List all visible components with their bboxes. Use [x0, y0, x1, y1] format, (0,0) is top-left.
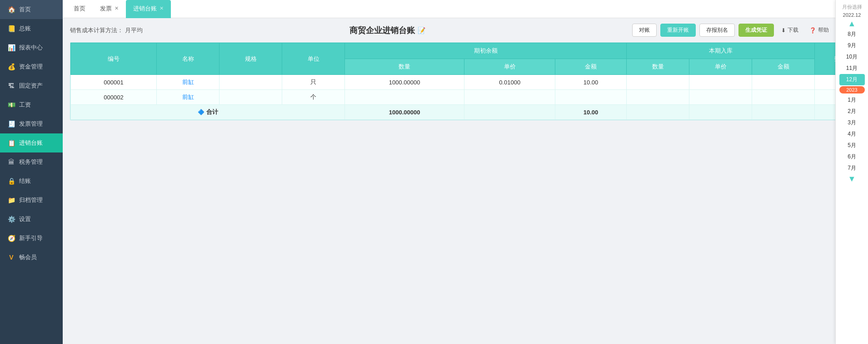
cell-in-amount: [752, 75, 815, 90]
sidebar-item-archive-management-label: 归档管理: [19, 196, 43, 204]
help-icon: ❓: [809, 27, 816, 34]
archive-icon: 📁: [7, 196, 15, 204]
col-unit: 单位: [282, 43, 345, 75]
month-item-10[interactable]: 10月: [839, 51, 865, 63]
scroll-down-button[interactable]: ▼: [847, 174, 857, 184]
sidebar-item-new-user-guide-label: 新手引导: [19, 234, 43, 242]
col-in-price: 单价: [689, 59, 752, 75]
sidebar-item-purchase-sales-ledger[interactable]: 📋 进销台账: [0, 133, 63, 152]
col-current-period-in: 本期入库: [627, 43, 815, 59]
cell-ob-price: [464, 90, 555, 105]
download-icon: ⬇: [781, 27, 786, 34]
tab-invoice[interactable]: 发票 ✕: [93, 0, 126, 18]
cell-code: 000002: [71, 90, 157, 105]
month-item-2023-4[interactable]: 4月: [839, 128, 865, 140]
cell-unit: 个: [282, 90, 345, 105]
cell-spec: [219, 75, 282, 90]
sidebar-item-fund-management-label: 资金管理: [19, 63, 43, 71]
tab-purchase-sales-ledger[interactable]: 进销台账 ✕: [126, 0, 171, 18]
month-item-9[interactable]: 9月: [839, 40, 865, 51]
cost-method-value: 月平均: [125, 27, 143, 34]
sidebar-item-tax-management[interactable]: 🏛 税务管理: [0, 152, 63, 172]
month-item-2023-7[interactable]: 7月: [839, 162, 865, 174]
reopen-button[interactable]: 重新开账: [660, 24, 696, 37]
sidebar-item-report-center-label: 报表中心: [19, 44, 43, 52]
page-title-text: 商贸企业进销台账: [349, 25, 415, 36]
total-in-qty: [627, 105, 689, 120]
sidebar-item-home-label: 首页: [19, 5, 31, 14]
fixed-assets-icon: 🏗: [7, 82, 15, 90]
vip-icon: V: [7, 253, 15, 261]
edit-title-icon[interactable]: 📝: [418, 27, 425, 34]
tab-invoice-close[interactable]: ✕: [115, 5, 119, 11]
month-selector-panel: 月份选择 2022.12 ▲ 8月 9月 10月 11月 12月 2023 1月…: [835, 0, 868, 344]
month-item-2023-5[interactable]: 5月: [839, 140, 865, 151]
cell-ob-qty: 1000.00000: [345, 75, 464, 90]
cell-code: 000001: [71, 75, 157, 90]
sidebar-item-general-ledger-label: 总账: [19, 25, 31, 33]
total-in-amount: [752, 105, 815, 120]
cell-in-qty: [627, 75, 689, 90]
sidebar-item-invoice-management[interactable]: 🧾 发票管理: [0, 114, 63, 133]
sidebar-item-close-accounts[interactable]: 🔒 结账: [0, 172, 63, 191]
sidebar-item-fund-management[interactable]: 💰 资金管理: [0, 57, 63, 76]
save-as-button[interactable]: 存报别名: [699, 24, 735, 37]
reconcile-button[interactable]: 对账: [632, 24, 657, 37]
sidebar-item-vip-member-label: 畅会员: [19, 253, 37, 261]
help-label: 帮助: [818, 26, 829, 34]
report-icon: 📊: [7, 44, 15, 52]
cell-ob-price: 0.01000: [464, 75, 555, 90]
month-item-2023-3[interactable]: 3月: [839, 117, 865, 128]
table-row: 000002 前缸 个: [71, 90, 860, 105]
sidebar-item-general-ledger[interactable]: 📒 总账: [0, 19, 63, 38]
cell-in-price: [689, 90, 752, 105]
table-wrapper: 编号 名称 规格 单位 期初余额 本期入库 数 数量 单价 金额 数量 单价: [70, 42, 861, 120]
tab-purchase-sales-close[interactable]: ✕: [160, 5, 164, 11]
sidebar-item-settings[interactable]: ⚙️ 设置: [0, 210, 63, 229]
col-in-qty: 数量: [627, 59, 689, 75]
cell-in-qty: [627, 90, 689, 105]
sidebar-item-fixed-assets[interactable]: 🏗 固定资产: [0, 76, 63, 95]
total-label-text: 合计: [206, 108, 218, 116]
sidebar-item-archive-management[interactable]: 📁 归档管理: [0, 191, 63, 210]
tab-home[interactable]: 首页: [66, 0, 93, 18]
ledger-icon: 📒: [7, 25, 15, 33]
sidebar-item-payroll[interactable]: 💵 工资: [0, 95, 63, 114]
fund-icon: 💰: [7, 63, 15, 71]
settings-icon: ⚙️: [7, 215, 15, 223]
total-in-price: [689, 105, 752, 120]
purchase-sales-icon: 📋: [7, 139, 15, 147]
download-button[interactable]: ⬇ 下载: [778, 24, 802, 36]
month-item-8[interactable]: 8月: [839, 29, 865, 40]
tab-home-label: 首页: [74, 5, 85, 13]
sidebar-item-new-user-guide[interactable]: 🧭 新手引导: [0, 229, 63, 248]
total-icon: 🔷: [198, 109, 205, 115]
help-button[interactable]: ❓ 帮助: [806, 24, 833, 36]
sidebar-item-settings-label: 设置: [19, 215, 31, 223]
total-ob-price: [464, 105, 555, 120]
generate-voucher-button[interactable]: 生成凭证: [738, 24, 774, 37]
cost-method-label: 销售成本计算方法：: [70, 27, 123, 34]
year-2023-tag: 2023: [839, 86, 865, 93]
sidebar-item-report-center[interactable]: 📊 报表中心: [0, 38, 63, 57]
scroll-up-button[interactable]: ▲: [847, 19, 857, 29]
month-selector-title: 月份选择: [841, 2, 863, 11]
col-ob-qty: 数量: [345, 59, 464, 75]
sidebar-item-close-accounts-label: 结账: [19, 177, 31, 185]
month-item-12[interactable]: 12月: [839, 74, 865, 85]
sidebar-item-home[interactable]: 🏠 首页: [0, 0, 63, 19]
cell-ob-amount: [555, 90, 626, 105]
month-item-2023-2[interactable]: 2月: [839, 106, 865, 117]
content-area: 销售成本计算方法： 月平均 商贸企业进销台账 📝 对账 重新开账 存报别名 生成…: [63, 18, 868, 344]
cell-unit: 只: [282, 75, 345, 90]
col-spec: 规格: [219, 43, 282, 75]
month-item-2023-1[interactable]: 1月: [839, 94, 865, 106]
table-row: 000001 前缸 只 1000.00000 0.01000 10.00: [71, 75, 860, 90]
cell-name: 前缸: [157, 75, 219, 90]
month-item-2023-6[interactable]: 6月: [839, 151, 865, 162]
total-label-cell: 🔷 合计: [71, 105, 345, 120]
cell-in-amount: [752, 90, 815, 105]
year-2022-label: 2022.12: [843, 12, 861, 18]
sidebar-item-vip-member[interactable]: V 畅会员: [0, 248, 63, 267]
month-item-11[interactable]: 11月: [839, 63, 865, 74]
